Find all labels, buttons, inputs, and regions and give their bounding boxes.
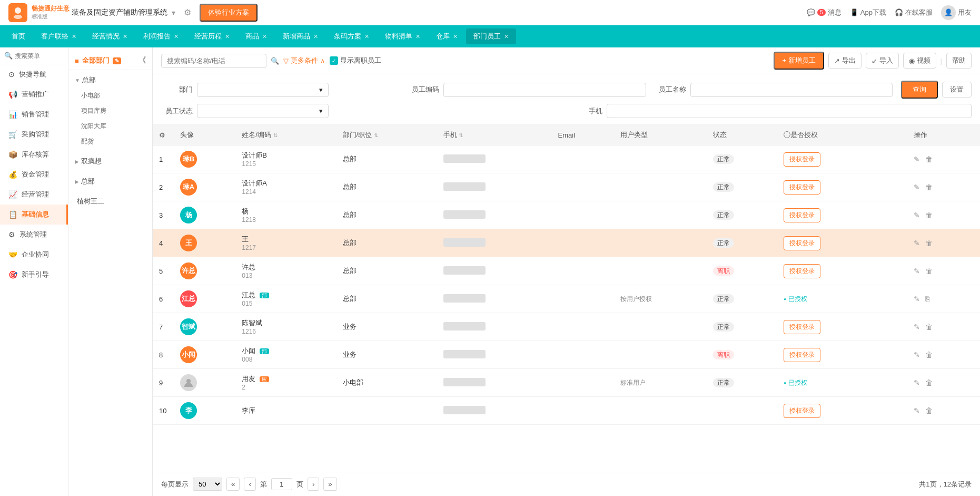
message-button[interactable]: 💬 5 消息 <box>807 8 842 17</box>
per-page-select[interactable]: 50 100 200 <box>193 478 222 491</box>
sidebar-item-management[interactable]: 📈 经营管理 <box>0 184 68 205</box>
sidebar-item-guide[interactable]: 🎯 新手引导 <box>0 265 68 285</box>
dept-item-delivery[interactable]: 配货 <box>68 134 152 149</box>
first-page-button[interactable]: « <box>226 478 240 491</box>
nav-close-warehouse[interactable]: ✕ <box>453 33 458 40</box>
auth-button-3[interactable]: 授权登录 <box>784 208 820 222</box>
nav-item-barcode[interactable]: 条码方案✕ <box>326 28 377 44</box>
delete-icon-9[interactable]: 🗑 <box>925 378 933 387</box>
nav-item-operation[interactable]: 经营情况✕ <box>85 28 135 44</box>
auth-button-10[interactable]: 授权登录 <box>784 404 820 418</box>
sidebar-item-system[interactable]: ⚙ 系统管理 <box>0 225 68 245</box>
sidebar-item-collab[interactable]: 🤝 企业协同 <box>0 245 68 265</box>
edit-icon-9[interactable]: ✎ <box>914 378 920 387</box>
delete-icon-4[interactable]: 🗑 <box>925 239 933 247</box>
copy-icon-6[interactable]: ⎘ <box>925 295 929 303</box>
delete-icon-3[interactable]: 🗑 <box>925 211 933 219</box>
auth-button-7[interactable]: 授权登录 <box>784 320 820 334</box>
import-button[interactable]: ↙ 导入 <box>866 53 899 69</box>
settings-icon[interactable]: ⚙ <box>184 7 191 17</box>
delete-icon-5[interactable]: 🗑 <box>925 267 933 275</box>
dept-select[interactable]: ▾ <box>197 83 329 97</box>
edit-icon-3[interactable]: ✎ <box>914 211 920 219</box>
reset-button[interactable]: 设置 <box>942 82 972 98</box>
auth-button-8[interactable]: 授权登录 <box>784 348 820 362</box>
dept-group-title-shuangfengxiang[interactable]: ▶ 双疯想 <box>68 153 152 169</box>
dept-group-title-zongbu[interactable]: ▶ 总部 <box>68 173 152 189</box>
dept-edit-icon[interactable]: ✎ <box>113 57 121 64</box>
nav-item-department[interactable]: 部门员工✕ <box>466 28 516 44</box>
nav-item-warehouse[interactable]: 仓库✕ <box>429 28 465 44</box>
sidebar-item-finance[interactable]: 💰 资金管理 <box>0 164 68 184</box>
status-select[interactable]: ▾ <box>197 104 329 118</box>
nav-close-new-goods[interactable]: ✕ <box>313 33 318 40</box>
sidebar-item-marketing[interactable]: 📢 营销推广 <box>0 84 68 104</box>
nav-item-home[interactable]: 首页 <box>4 28 33 44</box>
auth-button-4[interactable]: 授权登录 <box>784 236 820 250</box>
dept-collapse-button[interactable]: 《 <box>138 56 146 65</box>
current-page-input[interactable] <box>271 478 292 490</box>
nav-item-new-goods[interactable]: 新增商品✕ <box>275 28 325 44</box>
add-employee-button[interactable]: + 新增员工 <box>774 52 824 70</box>
last-page-button[interactable]: » <box>323 478 336 491</box>
edit-icon-2[interactable]: ✎ <box>914 183 920 191</box>
delete-icon-8[interactable]: 🗑 <box>925 351 933 359</box>
nav-item-customer[interactable]: 客户联络✕ <box>34 28 84 44</box>
col-phone[interactable]: 手机 ⇅ <box>437 125 552 145</box>
nav-close-bom[interactable]: ✕ <box>415 33 420 40</box>
col-settings[interactable]: ⚙ <box>153 125 174 145</box>
nav-close-customer[interactable]: ✕ <box>72 33 76 40</box>
nav-item-goods[interactable]: 商品✕ <box>238 28 274 44</box>
edit-icon-5[interactable]: ✎ <box>914 267 920 275</box>
edit-icon-8[interactable]: ✎ <box>914 351 920 359</box>
next-page-button[interactable]: › <box>308 478 319 491</box>
employee-code-input[interactable] <box>443 83 646 97</box>
user-area[interactable]: 👤 用友 <box>941 5 972 20</box>
sidebar-search-input[interactable] <box>15 52 68 60</box>
phone-input[interactable] <box>607 104 972 118</box>
delete-icon-2[interactable]: 🗑 <box>925 183 933 191</box>
nav-close-barcode[interactable]: ✕ <box>364 33 369 40</box>
app-download-button[interactable]: 📱 App下载 <box>850 8 886 17</box>
delete-icon-10[interactable]: 🗑 <box>925 406 933 415</box>
delete-icon-1[interactable]: 🗑 <box>925 155 933 163</box>
trial-button[interactable]: 体验行业方案 <box>200 4 258 22</box>
sidebar-item-purchase[interactable]: 🛒 采购管理 <box>0 124 68 144</box>
dept-group-title-headquarters[interactable]: ▼ 总部 <box>68 72 152 88</box>
help-button[interactable]: 帮助 <box>946 53 972 69</box>
online-service-button[interactable]: 🎧 在线客服 <box>895 8 933 17</box>
nav-close-operation[interactable]: ✕ <box>123 33 127 40</box>
dept-item-xiaodibu[interactable]: 小电部 <box>68 88 152 103</box>
sidebar-item-inventory[interactable]: 📦 库存核算 <box>0 144 68 164</box>
dept-item-shenyang[interactable]: 沈阳大库 <box>68 119 152 134</box>
show-leaving-toggle[interactable]: ✓ 显示离职员工 <box>330 56 381 65</box>
edit-icon-10[interactable]: ✎ <box>914 406 920 415</box>
system-dropdown-arrow[interactable]: ▾ <box>172 8 175 17</box>
col-name[interactable]: 姓名/编码 ⇅ <box>235 125 336 145</box>
delete-icon-7[interactable]: 🗑 <box>925 323 933 331</box>
nav-item-bom[interactable]: 物料清单✕ <box>378 28 428 44</box>
auth-button-2[interactable]: 授权登录 <box>784 180 820 194</box>
edit-icon-1[interactable]: ✎ <box>914 155 920 163</box>
edit-icon-7[interactable]: ✎ <box>914 323 920 331</box>
col-dept[interactable]: 部门/职位 ⇅ <box>336 125 437 145</box>
search-icon[interactable]: 🔍 <box>271 57 279 65</box>
employee-name-input[interactable] <box>690 83 893 97</box>
nav-item-history[interactable]: 经营历程✕ <box>187 28 237 44</box>
export-button[interactable]: ↗ 导出 <box>828 53 862 69</box>
auth-button-1[interactable]: 授权登录 <box>784 152 820 167</box>
nav-close-goods[interactable]: ✕ <box>262 33 267 40</box>
more-filter-button[interactable]: ▽ 更多条件 ∧ <box>283 56 325 65</box>
query-button[interactable]: 查询 <box>901 81 938 99</box>
search-input[interactable] <box>161 54 266 68</box>
nav-item-profit[interactable]: 利润报告✕ <box>136 28 186 44</box>
auth-button-5[interactable]: 授权登录 <box>784 264 820 278</box>
nav-close-profit[interactable]: ✕ <box>174 33 179 40</box>
edit-icon-4[interactable]: ✎ <box>914 239 920 247</box>
view-button[interactable]: ◉ 视频 <box>903 53 936 69</box>
sidebar-item-shortcuts[interactable]: ⊙ 快捷导航 <box>0 64 68 84</box>
nav-close-history[interactable]: ✕ <box>225 33 230 40</box>
sidebar-item-sales[interactable]: 📊 销售管理 <box>0 104 68 124</box>
dept-group-title-zhishuwanger[interactable]: 植树王二 <box>68 193 152 209</box>
prev-page-button[interactable]: ‹ <box>244 478 255 491</box>
